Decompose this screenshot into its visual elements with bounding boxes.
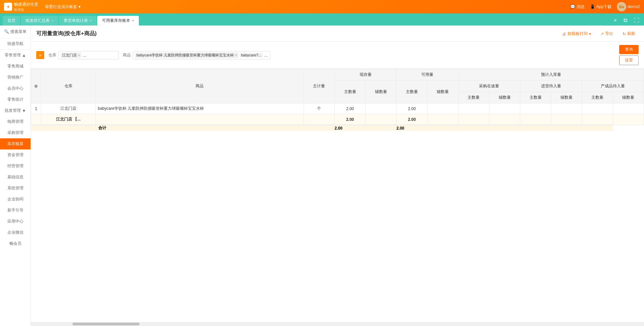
product-tag-1-remove[interactable]: × bbox=[235, 53, 237, 57]
print-icon: 🖨 bbox=[562, 32, 566, 36]
col-inc-sub: 辅数量 bbox=[551, 92, 582, 103]
app-subtitle: 标准版 bbox=[14, 7, 38, 12]
tab-order-close[interactable]: × bbox=[90, 19, 92, 22]
tab-receive-label: 收发存汇总表 bbox=[25, 18, 50, 24]
warehouse-tag: 江北门店 × bbox=[61, 52, 81, 58]
sidebar-label-retail-mgmt: 零售管理 bbox=[5, 52, 21, 58]
sidebar-item-wechat[interactable]: 企业微信 bbox=[0, 227, 31, 238]
logo: ✦ 畅捷通好生意 标准版 bbox=[4, 2, 38, 12]
sidebar-item-member[interactable]: 会员中心 bbox=[0, 83, 31, 94]
arrow-icon: ▲ bbox=[22, 53, 26, 58]
total-current-main: 2.00 bbox=[335, 126, 342, 131]
col-product-header: 商品 bbox=[96, 69, 304, 103]
warehouse-tag-remove[interactable]: × bbox=[78, 53, 80, 57]
phone-icon: 📱 bbox=[590, 4, 595, 9]
sidebar-item-inventory-check[interactable]: 库存核算 bbox=[0, 138, 31, 149]
product-filter-group: 商品 babycare学饮杯 儿童防摔防撞吸管杯重力球吸嘴杯宝宝水杯 × bab… bbox=[123, 51, 270, 59]
sidebar-item-app-center[interactable]: 应用中心 bbox=[0, 216, 31, 227]
table-row: 江北门店 【...2.002.00 bbox=[31, 114, 644, 125]
tab-bar-actions: × ⧉ ⛶ bbox=[612, 17, 641, 26]
message-icon: 💬 bbox=[570, 4, 575, 9]
sidebar-item-marketing[interactable]: 营销推广 bbox=[0, 72, 31, 83]
sidebar-item-operations[interactable]: 经营管理 bbox=[0, 160, 31, 172]
sidebar-search[interactable]: 🔍 搜索菜单 bbox=[0, 26, 31, 38]
sidebar-quick-nav[interactable]: 快捷导航 bbox=[0, 38, 31, 50]
tab-receive[interactable]: 收发存汇总表 × bbox=[21, 16, 58, 26]
table-row: 1江北门店babycare学饮杯 儿童防摔防撞吸管杯重力球吸嘴杯宝宝水杯个2.0… bbox=[31, 103, 644, 114]
tab-home-label: 首页 bbox=[7, 18, 15, 24]
inventory-table: ⚙ 仓库 商品 主计量 现存量 可用量 预计入库量 主数量 辅数量 主数量 辅数… bbox=[31, 69, 644, 131]
fullscreen-btn[interactable]: ⛶ bbox=[632, 17, 641, 24]
app-title: 畅捷通好生意 bbox=[14, 2, 38, 7]
warehouse-filter-tags[interactable]: 江北门店 × ... bbox=[58, 51, 119, 59]
warehouse-filter-label: 仓库 bbox=[48, 52, 56, 58]
filter-actions: 查询 设置 bbox=[619, 45, 639, 65]
sidebar: 🔍 搜索菜单 快捷导航 零售管理 ▲ 零售商城 营销推广 会员中心 零售统计 批… bbox=[0, 26, 31, 326]
product-filter-tags[interactable]: babycare学饮杯 儿童防摔防撞吸管杯重力球吸嘴杯宝宝水杯 × babyca… bbox=[133, 51, 270, 59]
top-bar: ✦ 畅捷通好生意 标准版 母婴行业演示账套 ▾ 💬 消息 📱 App下载 Ea … bbox=[0, 0, 644, 13]
sidebar-item-retail-stats[interactable]: 零售统计 bbox=[0, 94, 31, 105]
refresh-btn[interactable]: ↻ 刷新 bbox=[619, 30, 639, 38]
user-profile[interactable]: Ea demo2 bbox=[617, 2, 640, 11]
total-available-main: 2.00 bbox=[396, 126, 404, 131]
product-more-btn[interactable]: ... bbox=[264, 52, 268, 58]
print-btn[interactable]: 🖨 按模板打印 ▾ bbox=[559, 30, 594, 38]
sidebar-item-retail-mall[interactable]: 零售商城 bbox=[0, 61, 31, 72]
col-available-header: 可用量 bbox=[396, 69, 458, 81]
chevron-down-icon: ▾ bbox=[78, 4, 80, 9]
export-btn[interactable]: ↗ 导出 bbox=[597, 30, 616, 38]
settings-btn[interactable]: 设置 bbox=[619, 55, 639, 65]
app-download-btn[interactable]: 📱 App下载 bbox=[590, 4, 611, 10]
sidebar-item-retail-mgmt[interactable]: 零售管理 ▲ bbox=[0, 50, 31, 61]
col-current-stock-header: 现存量 bbox=[335, 69, 396, 81]
page-header-actions: 🖨 按模板打印 ▾ ↗ 导出 ↻ 刷新 bbox=[559, 30, 639, 41]
filter-expand-btn[interactable]: » bbox=[36, 51, 44, 59]
content-area: 可用量查询(按仓库+商品) 🖨 按模板打印 ▾ ↗ 导出 ↻ 刷新 bbox=[31, 26, 644, 326]
sidebar-item-enterprise[interactable]: 企业协同 bbox=[0, 194, 31, 205]
tab-home[interactable]: 首页 bbox=[3, 16, 20, 26]
col-current-sub: 辅数量 bbox=[366, 81, 396, 103]
warehouse-filter-group: 仓库 江北门店 × ... bbox=[48, 51, 119, 59]
sidebar-item-wholesale-mgmt[interactable]: 批发管理 ▼ bbox=[0, 105, 31, 116]
app-download-label: App下载 bbox=[596, 4, 611, 10]
close-all-btn[interactable]: × bbox=[612, 17, 619, 24]
product-tag-2: babycare?... bbox=[240, 53, 263, 57]
col-avail-main: 主数量 bbox=[396, 81, 427, 103]
tab-inventory[interactable]: 可用量库存账本 × bbox=[97, 16, 139, 26]
query-btn[interactable]: 查询 bbox=[619, 45, 639, 54]
refresh-icon: ↻ bbox=[623, 32, 626, 36]
col-pt-sub: 辅数量 bbox=[489, 92, 520, 103]
sidebar-item-ecommerce[interactable]: 电商管理 bbox=[0, 116, 31, 127]
sidebar-item-system[interactable]: 系统管理 bbox=[0, 183, 31, 194]
warehouse-more-btn[interactable]: ... bbox=[83, 52, 87, 58]
col-incoming: 进货待入量 bbox=[520, 81, 582, 92]
restore-btn[interactable]: ⧉ bbox=[622, 17, 629, 24]
tab-inventory-close[interactable]: × bbox=[132, 19, 134, 22]
tab-bar: 首页 收发存汇总表 × 要货单统计表 × 可用量库存账本 × × ⧉ ⛶ bbox=[0, 13, 644, 26]
col-unit-header: 主计量 bbox=[304, 69, 334, 103]
search-icon: 🔍 bbox=[4, 29, 9, 34]
total-row: 合计 2.00 2.00 bbox=[31, 125, 644, 131]
total-label: 合计 bbox=[98, 126, 106, 130]
tab-order[interactable]: 要货单统计表 × bbox=[59, 16, 97, 26]
sidebar-item-member2[interactable]: 畅会员 bbox=[0, 238, 31, 249]
col-products-pending: 产成品待入量 bbox=[582, 81, 644, 92]
scroll-thumb[interactable] bbox=[72, 323, 140, 325]
filter-bar: » 仓库 江北门店 × ... 商品 babycare学饮杯 儿童防摔防撞吸管杯… bbox=[31, 42, 644, 69]
product-filter-label: 商品 bbox=[123, 52, 131, 58]
col-settings[interactable]: ⚙ bbox=[31, 69, 41, 103]
tab-receive-close[interactable]: × bbox=[52, 19, 54, 22]
sidebar-item-purchase[interactable]: 采购管理 bbox=[0, 127, 31, 138]
horizontal-scrollbar[interactable] bbox=[31, 322, 644, 326]
col-pt-main: 主数量 bbox=[458, 92, 489, 103]
avatar: Ea bbox=[617, 2, 626, 11]
sidebar-item-base-info[interactable]: 基础信息 bbox=[0, 172, 31, 183]
col-warehouse-header: 仓库 bbox=[41, 69, 96, 103]
page-header: 可用量查询(按仓库+商品) 🖨 按模板打印 ▾ ↗ 导出 ↻ 刷新 bbox=[31, 26, 644, 42]
account-dropdown[interactable]: 母婴行业演示账套 ▾ bbox=[45, 4, 80, 10]
col-prod-main: 主数量 bbox=[582, 92, 613, 103]
sidebar-item-guide[interactable]: 新手引导 bbox=[0, 205, 31, 216]
product-tag-1: babycare学饮杯 儿童防摔防撞吸管杯重力球吸嘴杯宝宝水杯 × bbox=[135, 52, 238, 58]
message-btn[interactable]: 💬 消息 bbox=[570, 4, 585, 10]
sidebar-item-finance[interactable]: 资金管理 bbox=[0, 149, 31, 160]
